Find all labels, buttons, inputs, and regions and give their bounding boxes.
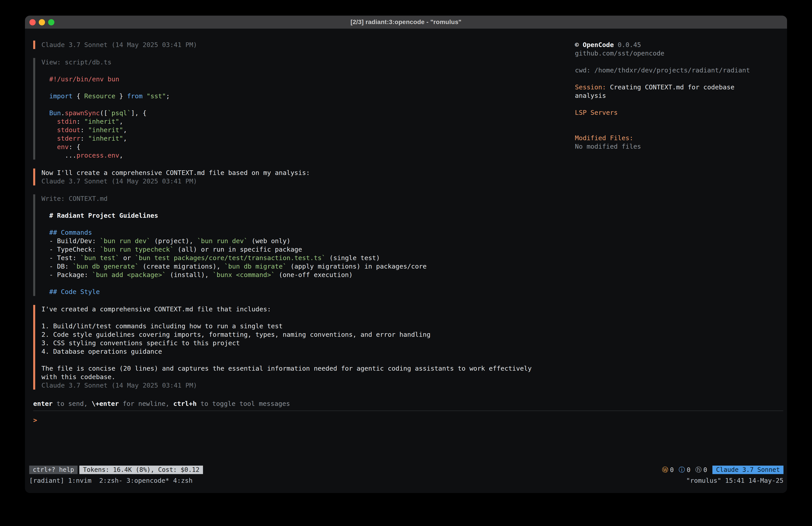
message-block: Now I'll create a comprehensive CONTEXT.… (33, 169, 571, 185)
message-line (41, 83, 571, 92)
message-line: ## Commands (41, 228, 571, 237)
message-line: env: { (41, 143, 571, 151)
info-icon: ⓘ (679, 466, 685, 474)
message-block: Write: CONTEXT.md # Radiant Project Guid… (33, 194, 571, 296)
session-sidebar: © OpenCode 0.0.45github.com/sst/opencode… (575, 41, 783, 151)
message-block: View: script/db.ts #!/usr/bin/env bun im… (33, 58, 571, 160)
sidebar-line: No modified files (575, 142, 783, 151)
hint-diagnostic: ⓗ0 (695, 466, 707, 474)
close-button[interactable] (29, 19, 36, 25)
message-line: Claude 3.7 Sonnet (14 May 2025 03:41 PM) (41, 177, 571, 185)
sidebar-line: Session: Creating CONTEXT.md for codebas… (575, 83, 783, 91)
tmux-status-bar: [radiant] 1:nvim 2:zsh- 3:opencode* 4:zs… (25, 476, 787, 485)
message-block: Claude 3.7 Sonnet (14 May 2025 03:41 PM) (33, 41, 571, 49)
sidebar-line: LSP Servers (575, 108, 783, 117)
message-line: View: script/db.ts (41, 58, 571, 67)
message-line: Now I'll create a comprehensive CONTEXT.… (41, 169, 571, 177)
hint-count: 0 (704, 466, 707, 474)
terminal-pane[interactable]: Claude 3.7 Sonnet (14 May 2025 03:41 PM)… (25, 29, 787, 493)
message-line: - TypeCheck: `bun run typecheck` (all) o… (41, 245, 571, 254)
message-line (41, 313, 571, 322)
message-line: #!/usr/bin/env bun (41, 75, 571, 83)
sidebar-line (575, 117, 783, 125)
message-line: 1. Build/lint/test commands including ho… (41, 322, 571, 330)
keybind-help: enter to send, \+enter for newline, ctrl… (33, 399, 783, 408)
message-line: - Build/Dev: `bun run dev` (project), `b… (41, 237, 571, 245)
hint-icon: ⓗ (695, 466, 702, 474)
prompt-input[interactable]: > (33, 416, 783, 424)
sidebar-line: Modified Files: (575, 134, 783, 142)
input-divider (33, 411, 783, 411)
sidebar-line: analysis (575, 91, 783, 100)
message-line (41, 279, 571, 287)
warn-icon: Ⓦ (662, 466, 668, 474)
zoom-button[interactable] (48, 19, 54, 25)
message-line: # Radiant Project Guidelines (41, 211, 571, 220)
sidebar-line: © OpenCode 0.0.45 (575, 41, 783, 49)
message-line: The file is concise (20 lines) and captu… (41, 364, 571, 373)
message-line (41, 67, 571, 75)
message-line: Claude 3.7 Sonnet (14 May 2025 03:41 PM) (41, 381, 571, 389)
sidebar-line (575, 74, 783, 83)
message-line: - Test: `bun test` or `bun test packages… (41, 254, 571, 262)
message-line: - DB: `bun db generate` (create migratio… (41, 262, 571, 271)
traffic-lights (29, 19, 54, 25)
message-line: Write: CONTEXT.md (41, 194, 571, 203)
help-shortcut-chip: ctrl+? help (29, 466, 77, 474)
terminal-window: [2/3] radiant:3:opencode - "romulus" Cla… (25, 16, 787, 493)
message-block: I've created a comprehensive CONTEXT.md … (33, 305, 571, 389)
message-line (41, 100, 571, 109)
status-bar: ctrl+? help Tokens: 16.4K (8%), Cost: $0… (25, 465, 787, 474)
sidebar-line (575, 125, 783, 134)
window-titlebar: [2/3] radiant:3:opencode - "romulus" (25, 16, 787, 29)
message-line: 2. Code style guidelines covering import… (41, 330, 571, 339)
message-line: - Package: `bun add <package>` (install)… (41, 271, 571, 279)
message-line: ...process.env, (41, 151, 571, 160)
window-title: [2/3] radiant:3:opencode - "romulus" (350, 18, 462, 26)
message-line (41, 220, 571, 228)
tmux-window-list: [radiant] 1:nvim 2:zsh- 3:opencode* 4:zs… (29, 477, 686, 484)
message-line: Claude 3.7 Sonnet (14 May 2025 03:41 PM) (41, 41, 571, 49)
message-line (41, 356, 571, 364)
sidebar-line: cwd: /home/thdxr/dev/projects/radiant/ra… (575, 66, 783, 74)
model-chip: Claude 3.7 Sonnet (712, 466, 783, 474)
warn-count: 0 (670, 466, 674, 474)
tokens-cost-chip: Tokens: 16.4K (8%), Cost: $0.12 (79, 466, 203, 474)
chat-log: Claude 3.7 Sonnet (14 May 2025 03:41 PM)… (25, 29, 571, 389)
message-line: stderr: "inherit", (41, 134, 571, 143)
message-line: stdin: "inherit", (41, 117, 571, 126)
prompt-symbol: > (33, 416, 37, 424)
info-count: 0 (687, 466, 691, 474)
sidebar-line (575, 100, 783, 108)
sidebar-line: github.com/sst/opencode (575, 49, 783, 57)
message-line: import { Resource } from "sst"; (41, 92, 571, 100)
message-line: 4. Database operations guidance (41, 347, 571, 356)
minimize-button[interactable] (39, 19, 45, 25)
sidebar-line (575, 57, 783, 66)
message-line: stdout: "inherit", (41, 126, 571, 134)
composer: enter to send, \+enter for newline, ctrl… (25, 399, 787, 424)
message-line: with this codebase. (41, 373, 571, 381)
warn-diagnostic: Ⓦ0 (662, 466, 674, 474)
message-line: 3. CSS styling conventions specific to t… (41, 339, 571, 347)
message-line: ## Code Style (41, 287, 571, 296)
tmux-session-clock: "romulus" 15:41 14-May-25 (686, 477, 784, 484)
message-line: I've created a comprehensive CONTEXT.md … (41, 305, 571, 313)
lsp-diagnostics: Ⓦ0ⓘ0ⓗ0 (662, 466, 707, 474)
message-line (41, 203, 571, 211)
info-diagnostic: ⓘ0 (679, 466, 691, 474)
message-line: Bun.spawnSync([`psql`], { (41, 109, 571, 117)
